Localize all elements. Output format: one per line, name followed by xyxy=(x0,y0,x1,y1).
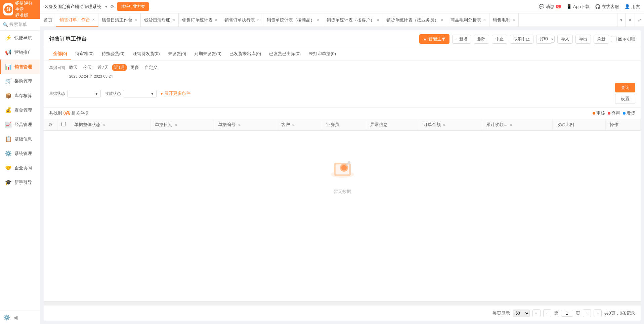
tab-close-sales-exec[interactable]: ✕ xyxy=(257,18,260,22)
col-settings[interactable]: ⚙ xyxy=(44,119,57,131)
date-option-近1月[interactable]: 近1月 xyxy=(112,64,127,71)
chevron-down-icon: ▾ xyxy=(161,91,163,96)
sidebar-item-system[interactable]: ⚙️ 系统管理 xyxy=(0,146,40,161)
search-label: 搜索菜单 xyxy=(9,22,27,28)
date-option-昨天[interactable]: 昨天 xyxy=(67,64,80,71)
refresh-btn[interactable]: 刷新 xyxy=(594,35,609,44)
page-input[interactable] xyxy=(561,310,573,317)
chevron-down-icon[interactable]: ▾ xyxy=(105,4,107,9)
cancel-suspend-btn[interactable]: 取消中止 xyxy=(510,35,533,44)
cancel-review-quick-btn[interactable]: 弃审 xyxy=(608,110,620,116)
tab-sales-stats[interactable]: 销售订单统计表✕ xyxy=(179,13,221,27)
tab-close-sales-stats[interactable]: ✕ xyxy=(215,18,217,22)
sidebar-item-quick-nav[interactable]: ⚡ 快捷导航 xyxy=(0,31,40,45)
sub-tab-not-shipped[interactable]: 未发货(0) xyxy=(164,48,190,60)
tab-home[interactable]: 首页 xyxy=(40,13,56,27)
date-option-自定义[interactable]: 自定义 xyxy=(142,64,160,71)
settings-icon[interactable]: ⚙ xyxy=(110,4,114,10)
settings-footer-btn[interactable]: ⚙️ xyxy=(3,314,10,321)
table-quick-actions: 审核 弃审 发货 xyxy=(593,110,635,116)
sidebar-item-marketing[interactable]: 📢 营销推广 xyxy=(0,45,40,59)
nav-icon-sales: 📊 xyxy=(5,64,12,70)
sidebar-item-inventory[interactable]: 📦 库存核算 xyxy=(0,88,40,103)
select-all-checkbox[interactable] xyxy=(61,122,66,126)
date-option-今天[interactable]: 今天 xyxy=(81,64,94,71)
sub-tab-pending-inspect[interactable]: 待拣验货(0) xyxy=(98,48,129,60)
sub-tab-all[interactable]: 全部(0) xyxy=(49,48,71,60)
last-page-btn[interactable]: » xyxy=(594,309,602,317)
tab-close-sales-stats-product[interactable]: ✕ xyxy=(317,18,319,22)
print-arrow-btn[interactable]: ▾ xyxy=(551,36,555,43)
horizontal-scrollbar[interactable] xyxy=(44,301,641,305)
tab-more-btn[interactable]: ▾ xyxy=(617,13,625,27)
tab-sales-stats-staff[interactable]: 销货单统计表（按业务员）✕ xyxy=(383,13,447,27)
tab-close-sales-workbench[interactable]: ✕ xyxy=(92,18,95,22)
add-btn[interactable]: + 新增 xyxy=(452,35,471,44)
date-option-更多[interactable]: 更多 xyxy=(128,64,141,71)
tab-sales-stats-customer[interactable]: 销货单统计表（按客户）✕ xyxy=(323,13,383,27)
tab-close-cash-reconcile[interactable]: ✕ xyxy=(172,18,175,22)
tab-sales-exec[interactable]: 销售订单执行表✕ xyxy=(221,13,263,27)
tab-close-all-btn[interactable]: ✕ xyxy=(625,13,635,27)
tab-close-sales-stats-staff[interactable]: ✕ xyxy=(441,18,443,22)
smart-create-btn[interactable]: ★ 智能生单 xyxy=(419,34,449,44)
tab-expand-btn[interactable]: ⤢ xyxy=(635,13,644,27)
review-quick-btn[interactable]: 审核 xyxy=(593,110,605,116)
user-btn[interactable]: 👤 用友 xyxy=(625,4,640,10)
nav-icon-enterprise: 🤝 xyxy=(5,165,12,171)
collapse-btn[interactable]: ◀ xyxy=(13,314,17,321)
payment-select[interactable]: ▾ xyxy=(123,90,157,97)
first-page-btn[interactable]: « xyxy=(532,309,541,317)
date-option-近7天[interactable]: 近7天 xyxy=(95,64,111,71)
sidebar-item-newbie[interactable]: 🎓 新手引导 xyxy=(0,175,40,190)
prev-page-btn[interactable]: ‹ xyxy=(543,309,551,317)
tab-close-cash-daily[interactable]: ✕ xyxy=(134,18,137,22)
print-btn[interactable]: 打印 xyxy=(536,35,551,44)
per-page-select[interactable]: 20 50 100 xyxy=(513,310,530,317)
tab-close-sales-stats-customer[interactable]: ✕ xyxy=(377,18,379,22)
sub-tab-wangpu-pending[interactable]: 旺铺待发货(0) xyxy=(129,48,164,60)
show-detail-label: 显示明细 xyxy=(618,36,635,42)
expand-conditions-btn[interactable]: ▾ 展开更多条件 xyxy=(161,90,190,96)
sub-tab-overdue-not-shipped[interactable]: 到期未发货(0) xyxy=(190,48,225,60)
sub-tab-pending-review[interactable]: 待审核(0) xyxy=(71,48,98,60)
sub-tab-shipped-stored[interactable]: 已发货已出库(0) xyxy=(265,48,305,60)
sidebar-item-sales[interactable]: 📊 销售管理 xyxy=(0,59,40,74)
sidebar-item-enterprise[interactable]: 🤝 企业协同 xyxy=(0,161,40,175)
message-btn[interactable]: 💬 消息 6 xyxy=(539,4,561,10)
date-filter-label: 单据日期 xyxy=(49,65,65,71)
tab-sales-workbench[interactable]: 销售订单工作台✕ xyxy=(56,13,98,27)
payment-filter: 收款状态 ▾ xyxy=(105,90,157,97)
sidebar-item-purchase[interactable]: 🛒 采购管理 xyxy=(0,74,40,88)
next-page-btn[interactable]: › xyxy=(583,309,591,317)
sidebar-search[interactable]: 🔍 搜索菜单 xyxy=(0,19,40,31)
import-btn[interactable]: 导入 xyxy=(557,35,573,44)
tab-gross-margin[interactable]: 商品毛利分析表✕ xyxy=(447,13,489,27)
tab-cash-daily[interactable]: 钱货日清工作台✕ xyxy=(98,13,141,27)
col-customer: 客户 ⇅ xyxy=(277,119,322,131)
sub-tab-shipped-not-stored[interactable]: 已发货未出库(0) xyxy=(225,48,265,60)
tab-close-sales-profit[interactable]: ✕ xyxy=(512,18,515,22)
delete-btn[interactable]: 删除 xyxy=(474,35,489,44)
tab-close-gross-margin[interactable]: ✕ xyxy=(483,18,486,22)
sidebar-item-finance[interactable]: 💰 资金管理 xyxy=(0,103,40,117)
suspend-btn[interactable]: 中止 xyxy=(492,35,507,44)
trial-button[interactable]: 体验行业方案 xyxy=(117,2,149,11)
query-btn[interactable]: 查询 xyxy=(615,83,635,92)
tab-sales-stats-product[interactable]: 销货单统计表（按商品）✕ xyxy=(263,13,323,27)
sidebar-item-basic-info[interactable]: 📋 基础信息 xyxy=(0,132,40,146)
status-select[interactable]: ▾ xyxy=(67,90,101,97)
tab-sales-profit[interactable]: 销售毛利✕ xyxy=(489,13,519,27)
online-service-btn[interactable]: 🎧 在线客服 xyxy=(595,4,619,10)
settings-set-btn[interactable]: 设置 xyxy=(615,94,635,104)
sidebar-item-operations[interactable]: 📈 经营管理 xyxy=(0,117,40,132)
ship-quick-btn[interactable]: 发货 xyxy=(623,110,635,116)
app-download-btn[interactable]: 📱 App下载 xyxy=(566,4,590,10)
export-btn[interactable]: 导出 xyxy=(575,35,591,44)
sub-tab-not-printed[interactable]: 未打印单据(0) xyxy=(305,48,340,60)
service-icon: 🎧 xyxy=(595,4,600,9)
tab-cash-reconcile[interactable]: 钱货日清对账✕ xyxy=(141,13,179,27)
nav-label-operations: 经营管理 xyxy=(14,122,32,128)
show-detail-checkbox[interactable] xyxy=(612,37,616,41)
nav-label-sales: 销售管理 xyxy=(14,64,32,70)
